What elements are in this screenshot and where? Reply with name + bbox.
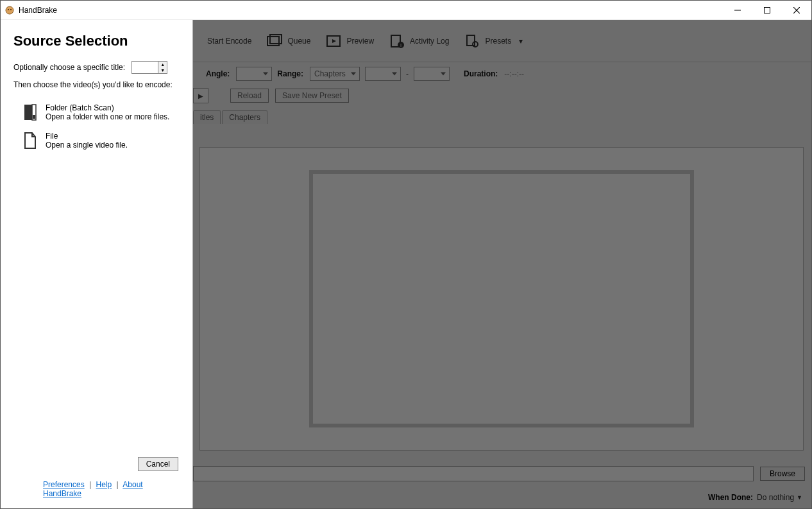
- save-new-preset-button[interactable]: Save New Preset: [275, 89, 349, 103]
- spinner-up-button[interactable]: ▲: [158, 62, 167, 67]
- range-from-combo[interactable]: [365, 67, 401, 81]
- encode-instruction: Then choose the video(s) you'd like to e…: [13, 80, 183, 89]
- cancel-label: Cancel: [146, 460, 170, 469]
- svg-marker-10: [332, 39, 336, 43]
- svg-rect-14: [467, 35, 475, 46]
- reload-button[interactable]: Reload: [230, 89, 269, 103]
- window-controls: [723, 1, 811, 19]
- chevron-down-icon: ▼: [797, 494, 802, 501]
- content-panel: Or drop a file or folder here ...: [199, 147, 804, 451]
- status-row: When Done: Do nothing ▼: [708, 493, 802, 502]
- queue-icon: [267, 34, 282, 48]
- queue-label: Queue: [287, 37, 310, 46]
- svg-rect-18: [33, 115, 35, 119]
- open-file-option[interactable]: File Open a single video file.: [13, 128, 183, 156]
- drop-zone-text: Or drop a file or folder here ...: [392, 289, 611, 309]
- file-icon: [22, 132, 38, 150]
- open-folder-text: Folder (Batch Scan) Open a folder with o…: [46, 103, 169, 121]
- browse-label: Browse: [770, 469, 795, 478]
- activity-log-button[interactable]: i Activity Log: [382, 27, 457, 55]
- spinner-down-button[interactable]: ▼: [158, 67, 167, 73]
- title-spinner-input[interactable]: [132, 62, 158, 73]
- reload-label: Reload: [237, 91, 262, 100]
- app-icon: [4, 5, 15, 15]
- when-done-value: Do nothing: [757, 493, 794, 502]
- output-row: Browse: [193, 465, 805, 483]
- browse-button[interactable]: Browse: [760, 467, 805, 481]
- output-path-input[interactable]: [193, 466, 754, 481]
- angle-combo[interactable]: [236, 67, 272, 81]
- panel-heading: Source Selection: [13, 33, 183, 49]
- preview-label: Preview: [346, 37, 374, 46]
- spinner-buttons: ▲ ▼: [158, 62, 167, 73]
- activity-log-icon: i: [389, 34, 405, 48]
- preview-icon: [326, 34, 341, 48]
- presets-button[interactable]: Presets ▾: [457, 27, 530, 55]
- duration-value: --:--:--: [504, 69, 524, 78]
- range-to-combo[interactable]: [414, 67, 450, 81]
- duration-label: Duration:: [464, 69, 498, 78]
- preset-nav-button[interactable]: ▶: [193, 88, 208, 103]
- queue-button[interactable]: Queue: [259, 27, 318, 55]
- preferences-link[interactable]: Preferences: [43, 480, 85, 489]
- range-combo[interactable]: Chapters: [310, 67, 360, 81]
- open-file-text: File Open a single video file.: [46, 132, 128, 150]
- svg-point-2: [10, 9, 12, 10]
- range-value: Chapters: [314, 69, 346, 78]
- footer-links: Preferences | Help | About HandBrake: [13, 479, 183, 502]
- tab-subtitles[interactable]: itles: [193, 110, 221, 124]
- start-encode-label: Start Encode: [207, 37, 251, 46]
- open-file-desc: Open a single video file.: [46, 141, 128, 150]
- title-spinner[interactable]: ▲ ▼: [131, 61, 167, 74]
- maximize-button[interactable]: [752, 1, 782, 19]
- activity-log-label: Activity Log: [410, 37, 449, 46]
- titlebar: HandBrake: [1, 1, 811, 20]
- range-dash: -: [406, 69, 409, 78]
- svg-rect-4: [765, 7, 770, 13]
- save-new-preset-label: Save New Preset: [282, 91, 342, 100]
- help-link[interactable]: Help: [96, 480, 112, 489]
- start-encode-button[interactable]: Start Encode: [199, 27, 259, 55]
- window-title: HandBrake: [19, 6, 57, 15]
- svg-point-0: [6, 6, 13, 14]
- cancel-button[interactable]: Cancel: [138, 457, 178, 471]
- preview-button[interactable]: Preview: [318, 27, 382, 55]
- app-window: HandBrake Start Encode Queue: [0, 0, 812, 509]
- title-select-label: Optionally choose a specific title:: [13, 63, 125, 72]
- when-done-combo[interactable]: Do nothing ▼: [757, 493, 802, 502]
- open-folder-desc: Open a folder with one or more files.: [46, 112, 169, 121]
- when-done-label: When Done:: [708, 493, 753, 502]
- open-folder-option[interactable]: Folder (Batch Scan) Open a folder with o…: [13, 99, 183, 128]
- close-button[interactable]: [782, 1, 811, 19]
- minimize-icon: [734, 7, 741, 13]
- source-selection-panel: Source Selection Optionally choose a spe…: [1, 20, 193, 508]
- svg-rect-16: [24, 105, 32, 120]
- open-folder-title: Folder (Batch Scan): [46, 103, 169, 112]
- titlebar-left: HandBrake: [4, 5, 57, 15]
- range-label: Range:: [277, 69, 303, 78]
- close-icon: [793, 7, 800, 13]
- folder-icon: [22, 103, 38, 121]
- presets-label: Presets: [485, 37, 511, 46]
- angle-label: Angle:: [206, 69, 230, 78]
- maximize-icon: [764, 7, 770, 13]
- cancel-row: Cancel: [13, 454, 183, 479]
- body: Start Encode Queue Preview i Activity Lo…: [1, 20, 811, 508]
- drop-zone[interactable]: Or drop a file or folder here ...: [309, 170, 694, 427]
- open-file-title: File: [46, 132, 128, 141]
- svg-point-1: [8, 9, 9, 10]
- tab-chapters[interactable]: Chapters: [222, 110, 267, 124]
- chevron-down-icon: ▾: [519, 37, 523, 46]
- minimize-button[interactable]: [723, 1, 752, 19]
- presets-icon: [464, 34, 480, 48]
- title-select-row: Optionally choose a specific title: ▲ ▼: [13, 61, 183, 74]
